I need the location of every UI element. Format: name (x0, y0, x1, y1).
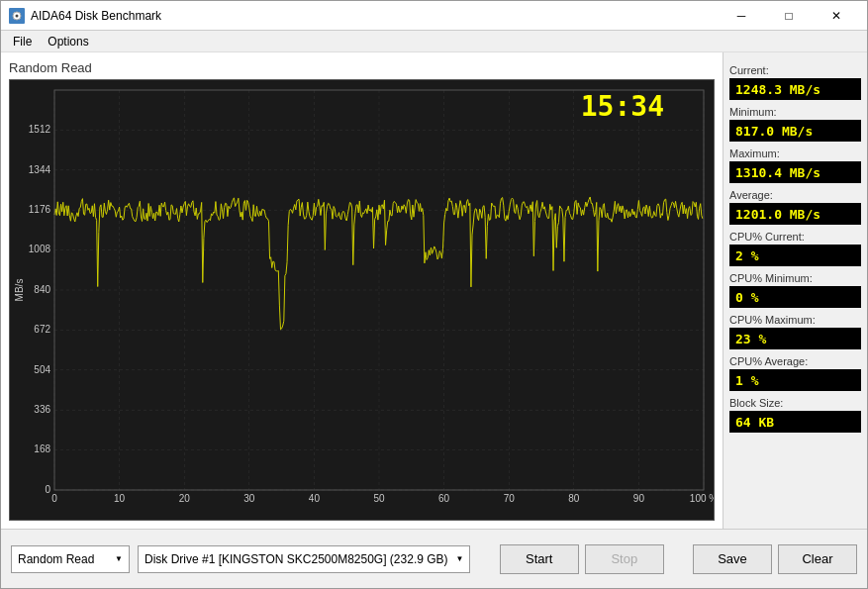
cpu-minimum-value: 0 % (729, 286, 861, 308)
mode-dropdown-value: Random Read (18, 552, 94, 566)
cpu-average-label: CPU% Average: (729, 355, 861, 367)
main-window: AIDA64 Disk Benchmark ─ □ ✕ File Options… (0, 0, 868, 589)
title-bar-left: AIDA64 Disk Benchmark (9, 8, 161, 24)
title-bar: AIDA64 Disk Benchmark ─ □ ✕ (1, 1, 867, 31)
mode-dropdown-arrow: ▼ (115, 554, 123, 563)
average-value: 1201.0 MB/s (729, 203, 861, 225)
mode-dropdown[interactable]: Random Read ▼ (11, 545, 130, 573)
cpu-maximum-label: CPU% Maximum: (729, 314, 861, 326)
maximum-value: 1310.4 MB/s (729, 161, 861, 183)
content-area: Random Read 15:34 Current: 1248.3 MB/s M… (1, 52, 867, 529)
title-bar-controls: ─ □ ✕ (719, 1, 859, 31)
stop-button[interactable]: Stop (585, 544, 664, 574)
minimum-value: 817.0 MB/s (729, 120, 861, 142)
cpu-average-value: 1 % (729, 369, 861, 391)
disk-chart-canvas (10, 80, 714, 520)
minimize-button[interactable]: ─ (719, 1, 764, 31)
utility-buttons: Save Clear (693, 544, 857, 574)
chart-title: Random Read (9, 60, 715, 75)
drive-dropdown-value: Disk Drive #1 [KINGSTON SKC2500M8250G] (… (145, 552, 448, 566)
minimum-label: Minimum: (729, 106, 861, 118)
cpu-maximum-value: 23 % (729, 328, 861, 349)
cpu-minimum-label: CPU% Minimum: (729, 272, 861, 284)
chart-container: 15:34 (9, 79, 715, 521)
bottom-toolbar: Random Read ▼ Disk Drive #1 [KINGSTON SK… (1, 529, 867, 588)
close-button[interactable]: ✕ (814, 1, 859, 31)
start-button[interactable]: Start (500, 544, 579, 574)
svg-point-2 (16, 14, 19, 17)
maximum-label: Maximum: (729, 147, 861, 159)
cpu-current-label: CPU% Current: (729, 231, 861, 243)
average-label: Average: (729, 189, 861, 201)
app-icon (9, 8, 25, 24)
drive-dropdown-arrow: ▼ (456, 554, 464, 563)
menu-file[interactable]: File (5, 33, 40, 50)
block-size-value: 64 KB (729, 411, 861, 433)
menu-options[interactable]: Options (40, 33, 96, 50)
chart-panel: Random Read 15:34 (1, 52, 723, 529)
action-buttons: Start Stop (500, 544, 664, 574)
maximize-button[interactable]: □ (766, 1, 812, 31)
current-value: 1248.3 MB/s (729, 78, 861, 100)
cpu-current-value: 2 % (729, 245, 861, 266)
stats-panel: Current: 1248.3 MB/s Minimum: 817.0 MB/s… (723, 52, 867, 529)
clear-button[interactable]: Clear (778, 544, 857, 574)
block-size-label: Block Size: (729, 397, 861, 409)
menu-bar: File Options (1, 31, 867, 52)
window-title: AIDA64 Disk Benchmark (31, 9, 161, 23)
drive-dropdown[interactable]: Disk Drive #1 [KINGSTON SKC2500M8250G] (… (138, 545, 470, 573)
current-label: Current: (729, 64, 861, 76)
save-button[interactable]: Save (693, 544, 772, 574)
